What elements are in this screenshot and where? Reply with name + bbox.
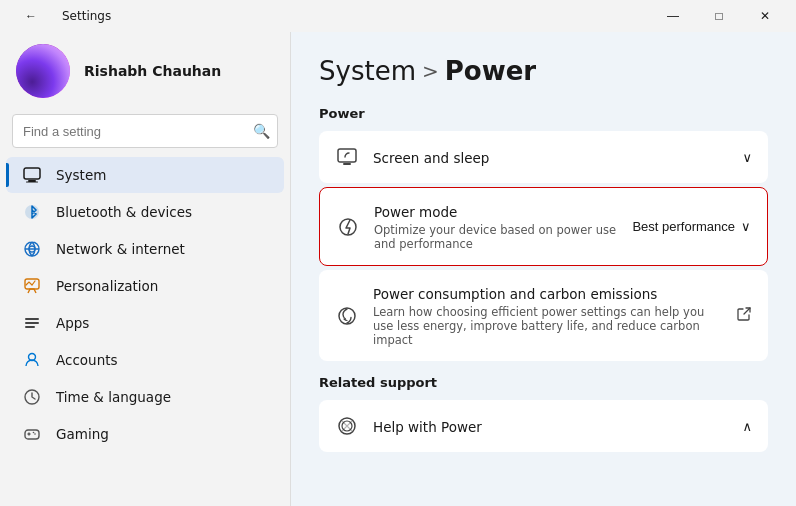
breadcrumb-separator: > [422,59,439,83]
time-icon [22,387,42,407]
power-mode-card: Power mode Optimize your device based on… [319,187,768,266]
avatar-image [16,44,70,98]
sidebar-item-personalization[interactable]: Personalization [6,268,284,304]
section-label: Power [319,106,768,121]
title-bar-left: ← Settings [8,0,111,32]
sidebar-item-system-label: System [56,167,106,183]
help-power-text: Help with Power [373,417,728,436]
svg-rect-2 [26,182,38,183]
search-input[interactable] [12,114,278,148]
power-mode-subtitle: Optimize your device based on power use … [374,223,618,251]
sidebar-item-bluetooth[interactable]: Bluetooth & devices [6,194,284,230]
sidebar: Rishabh Chauhan 🔍 System [0,32,290,506]
chevron-down-icon: ∨ [742,150,752,165]
svg-point-11 [34,433,36,435]
svg-point-16 [339,308,355,324]
user-profile[interactable]: Rishabh Chauhan [0,32,290,114]
nav-list: System Bluetooth & devices [0,156,290,498]
screen-sleep-card: Screen and sleep ∨ [319,131,768,183]
sidebar-item-network[interactable]: Network & internet [6,231,284,267]
svg-rect-10 [25,430,39,439]
dropdown-chevron-icon: ∨ [741,219,751,234]
close-icon: ✕ [760,9,770,23]
window-controls: — □ ✕ [650,0,788,32]
accounts-icon [22,350,42,370]
power-mode-icon [336,215,360,239]
power-consumption-icon [335,304,359,328]
sidebar-item-network-label: Network & internet [56,241,185,257]
sidebar-item-bluetooth-label: Bluetooth & devices [56,204,192,220]
svg-rect-7 [25,326,35,328]
system-icon [22,165,42,185]
power-mode-title: Power mode [374,204,457,220]
sidebar-item-system[interactable]: System [6,157,284,193]
sidebar-item-gaming-label: Gaming [56,426,109,442]
svg-point-12 [33,432,35,434]
app-body: Rishabh Chauhan 🔍 System [0,32,796,506]
content-area: System > Power Power Screen and sleep [291,32,796,506]
network-icon [22,239,42,259]
user-name: Rishabh Chauhan [84,63,221,79]
app-title: Settings [62,9,111,23]
avatar [16,44,70,98]
power-consumption-subtitle: Learn how choosing efficient power setti… [373,305,722,347]
power-mode-row[interactable]: Power mode Optimize your device based on… [320,188,767,265]
minimize-button[interactable]: — [650,0,696,32]
maximize-icon: □ [715,9,722,23]
title-bar: ← Settings — □ ✕ [0,0,796,32]
svg-rect-6 [25,322,39,324]
screen-sleep-text: Screen and sleep [373,148,728,167]
sidebar-item-accounts[interactable]: Accounts [6,342,284,378]
maximize-button[interactable]: □ [696,0,742,32]
power-consumption-card: Power consumption and carbon emissions L… [319,270,768,361]
svg-rect-14 [343,163,351,165]
sidebar-item-apps-label: Apps [56,315,89,331]
back-icon: ← [25,9,37,23]
power-consumption-title: Power consumption and carbon emissions [373,286,657,302]
chevron-up-icon: ∧ [742,419,752,434]
help-power-row[interactable]: Help with Power ∧ [319,400,768,452]
search-box: 🔍 [12,114,278,148]
bluetooth-icon [22,202,42,222]
power-mode-value: Best performance [632,219,735,234]
svg-rect-5 [25,318,39,320]
svg-rect-0 [24,168,40,179]
power-mode-text: Power mode Optimize your device based on… [374,202,618,251]
gaming-icon [22,424,42,444]
screen-sleep-chevron: ∨ [742,150,752,165]
sidebar-item-personalization-label: Personalization [56,278,158,294]
power-mode-dropdown[interactable]: Best performance ∨ [632,219,751,234]
sidebar-item-accounts-label: Accounts [56,352,118,368]
screen-sleep-row[interactable]: Screen and sleep ∨ [319,131,768,183]
external-link-icon [736,306,752,325]
breadcrumb: System > Power [319,56,768,86]
help-power-chevron: ∧ [742,419,752,434]
screen-sleep-icon [335,145,359,169]
sidebar-item-gaming[interactable]: Gaming [6,416,284,452]
breadcrumb-parent: System [319,56,416,86]
help-power-icon [335,414,359,438]
power-consumption-text: Power consumption and carbon emissions L… [373,284,722,347]
personalization-icon [22,276,42,296]
minimize-icon: — [667,9,679,23]
sidebar-item-time[interactable]: Time & language [6,379,284,415]
close-button[interactable]: ✕ [742,0,788,32]
back-button[interactable]: ← [8,0,54,32]
sidebar-item-apps[interactable]: Apps [6,305,284,341]
power-consumption-row[interactable]: Power consumption and carbon emissions L… [319,270,768,361]
screen-sleep-title: Screen and sleep [373,150,489,166]
sidebar-item-time-label: Time & language [56,389,171,405]
help-power-title: Help with Power [373,419,482,435]
apps-icon [22,313,42,333]
svg-rect-13 [338,149,356,162]
help-power-card: Help with Power ∧ [319,400,768,452]
breadcrumb-current: Power [445,56,536,86]
search-icon: 🔍 [253,123,270,139]
related-label: Related support [319,375,768,390]
